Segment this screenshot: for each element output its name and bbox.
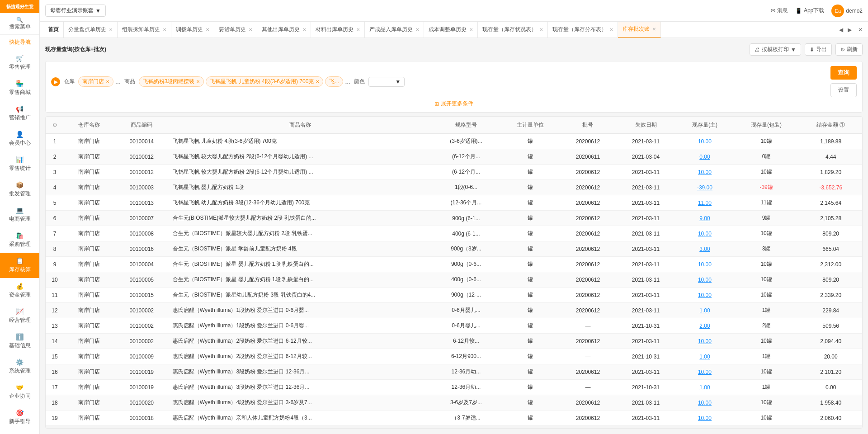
cell-stock-main[interactable]: 10.00 — [676, 334, 733, 349]
quick-nav[interactable]: 快捷导航 — [0, 35, 39, 50]
ecommerce-icon: 💻 — [16, 207, 24, 214]
sidebar-item-operations[interactable]: 📈 经营管理 — [0, 303, 39, 329]
tab-split-stock[interactable]: 分量盘点单历史 ✕ — [64, 22, 118, 38]
cell-stock-main[interactable]: 1.00 — [676, 303, 733, 318]
sidebar-item-retail-mall[interactable]: 🏪 零售商城 — [0, 75, 39, 101]
sidebar-item-wholesale[interactable]: 📦 批发管理 — [0, 177, 39, 202]
sidebar-item-enterprise[interactable]: 🤝 企业协同 — [0, 379, 39, 405]
tab-batch-account-close[interactable]: ✕ — [652, 27, 656, 32]
app-download-btn[interactable]: 📱 App下载 — [795, 7, 824, 14]
col-stock-pack: 现存量(包装) — [733, 117, 800, 134]
system-icon: ⚙️ — [16, 359, 24, 366]
sidebar-item-app-center[interactable]: 📱 应用中心 — [0, 430, 39, 434]
warehouse-tag-remove[interactable]: ✕ — [106, 79, 109, 84]
tab-split-stock-close[interactable]: ✕ — [109, 27, 113, 32]
tab-cost-adjust[interactable]: 成本调整单历史 ✕ — [424, 22, 478, 38]
tab-transfer[interactable]: 调拨单历史 ✕ — [171, 22, 214, 38]
sidebar-item-purchase[interactable]: 🛍️ 采购管理 — [0, 227, 39, 253]
col-settings[interactable]: ⚙ — [46, 117, 64, 134]
product-tag-1-remove[interactable]: ✕ — [196, 79, 200, 84]
filter-expand-arrow[interactable]: ▶ — [51, 77, 60, 86]
cell-stock-main[interactable]: -39.00 — [676, 180, 733, 195]
tab-material-out-close[interactable]: ✕ — [356, 27, 360, 32]
sidebar-item-inventory[interactable]: 📋 库存核算 — [0, 253, 39, 278]
warehouse-more[interactable]: ... — [115, 78, 121, 85]
tab-close-all-btn[interactable]: ✕ — [856, 26, 864, 34]
tab-current-stock[interactable]: 现存量（库存状况表） ✕ — [478, 22, 548, 38]
product-tag-more[interactable]: 飞... — [325, 76, 343, 87]
col-unit: 主计量单位 — [500, 117, 561, 134]
dropdown-icon: ▼ — [95, 8, 101, 14]
tab-other-out[interactable]: 其他出库单历史 ✕ — [257, 22, 311, 38]
cell-stock-main[interactable]: 10.00 — [676, 226, 733, 241]
tab-require-close[interactable]: ✕ — [249, 27, 252, 32]
cell-stock-main[interactable]: 10.00 — [676, 272, 733, 288]
sidebar-item-member[interactable]: 👤 会员中心 — [0, 126, 39, 151]
sidebar-item-ecommerce[interactable]: 💻 电商管理 — [0, 202, 39, 227]
account-selector[interactable]: 母婴行业演示账套 ▼ — [45, 5, 106, 17]
tab-material-out[interactable]: 材料出库单历史 ✕ — [311, 22, 365, 38]
cell-stock-main[interactable]: 10.00 — [676, 364, 733, 380]
tab-current-dist[interactable]: 现存量（库存分布表） ✕ — [548, 22, 618, 38]
cell-stock-main[interactable]: 10.00 — [676, 165, 733, 180]
tab-cost-adjust-close[interactable]: ✕ — [469, 27, 473, 32]
tab-prev-btn[interactable]: ◀ — [837, 26, 845, 34]
tab-current-dist-close[interactable]: ✕ — [609, 27, 613, 32]
cell-stock-main[interactable]: 10.00 — [676, 410, 733, 426]
cell-stock-main[interactable]: 11.00 — [676, 195, 733, 211]
table-settings-icon[interactable]: ⚙ — [52, 122, 57, 128]
print-btn[interactable]: 🖨 按模板打印 ▼ — [750, 43, 801, 56]
cell-stock-main[interactable]: 2.00 — [676, 318, 733, 334]
cell-expire: 2021-03-04 — [615, 149, 676, 165]
tab-require[interactable]: 要货单历史 ✕ — [214, 22, 257, 38]
warehouse-tag[interactable]: 南岸门店 ✕ — [78, 76, 113, 87]
cell-spec: (6-12个月... — [432, 165, 500, 180]
product-tag-1[interactable]: 飞鹤奶粉3段丙罐摆装 ✕ — [139, 76, 204, 87]
export-btn[interactable]: ⬇ 导出 — [805, 43, 832, 56]
sidebar-item-system[interactable]: ⚙️ 系统管理 — [0, 354, 39, 379]
user-profile[interactable]: Ea demo2 — [831, 5, 863, 17]
warehouse-tag-text: 南岸门店 — [82, 78, 104, 85]
tab-transfer-close[interactable]: ✕ — [206, 27, 209, 32]
refresh-btn[interactable]: ↻ 刷新 — [835, 43, 863, 56]
cell-unit: 罐 — [500, 303, 561, 318]
tab-product-in-close[interactable]: ✕ — [415, 27, 419, 32]
product-tag-2[interactable]: 飞鹤星飞帆 儿童奶粉 4段(3-6岁适用) 700克 ✕ — [206, 76, 323, 87]
search-menu[interactable]: 🔍 搜索菜单 — [0, 13, 39, 35]
tab-other-out-close[interactable]: ✕ — [302, 27, 306, 32]
tab-current-stock-close[interactable]: ✕ — [539, 27, 543, 32]
cell-stock-main[interactable]: 10.00 — [676, 257, 733, 272]
cell-spec: 3-6岁及7岁... — [432, 395, 500, 410]
message-btn[interactable]: ✉ 消息 — [771, 7, 788, 14]
cell-stock-main[interactable]: 10.00 — [676, 134, 733, 149]
product-more[interactable]: ... — [345, 78, 350, 85]
cell-stock-main[interactable]: 0.00 — [676, 149, 733, 165]
query-btn[interactable]: 查询 — [830, 66, 857, 80]
tab-current-stock-label: 现存量（库存状况表） — [482, 26, 537, 33]
product-tag-2-remove[interactable]: ✕ — [316, 79, 319, 84]
tab-home[interactable]: 首页 — [43, 22, 64, 38]
sidebar-item-basic[interactable]: ℹ️ 基础信息 — [0, 329, 39, 354]
tab-batch-account[interactable]: 库存批次账 ✕ — [618, 22, 661, 38]
cell-stock-main[interactable]: 9.00 — [676, 211, 733, 226]
sidebar-label-basic: 基础信息 — [9, 342, 31, 349]
sidebar-item-guide[interactable]: 🎯 新手引导 — [0, 405, 39, 430]
sidebar-item-finance[interactable]: 💰 资金管理 — [0, 278, 39, 303]
expand-conditions-btn[interactable]: ⊞ 展开更多条件 — [434, 100, 473, 108]
sidebar-item-retail-stats[interactable]: 📊 零售统计 — [0, 151, 39, 177]
settings-btn[interactable]: 设置 — [830, 83, 857, 97]
cell-stock-main[interactable]: 1.00 — [676, 349, 733, 364]
tab-product-in[interactable]: 产成品入库单历史 ✕ — [365, 22, 424, 38]
tab-next-btn[interactable]: ▶ — [846, 26, 854, 34]
tab-disassembly[interactable]: 组装拆卸单历史 ✕ — [118, 22, 171, 38]
cell-stock-main[interactable]: 10.00 — [676, 288, 733, 303]
cell-stock-main[interactable]: 10.00 — [676, 395, 733, 410]
cell-stock-main[interactable]: 1.00 — [676, 380, 733, 395]
sidebar-item-marketing[interactable]: 📢 营销推广 — [0, 101, 39, 126]
sidebar-item-retail-mgmt[interactable]: 🛒 零售管理 — [0, 50, 39, 75]
cell-stock-main[interactable]: 3.00 — [676, 241, 733, 257]
cell-warehouse: 南岸门店 — [64, 380, 114, 395]
color-filter-select[interactable]: ▼ — [368, 77, 405, 87]
cell-name: 惠氏启醒（Wyeth illuma）2段奶粉 爱尔兰进口 6-12月较... — [169, 349, 432, 364]
tab-disassembly-close[interactable]: ✕ — [163, 27, 166, 32]
